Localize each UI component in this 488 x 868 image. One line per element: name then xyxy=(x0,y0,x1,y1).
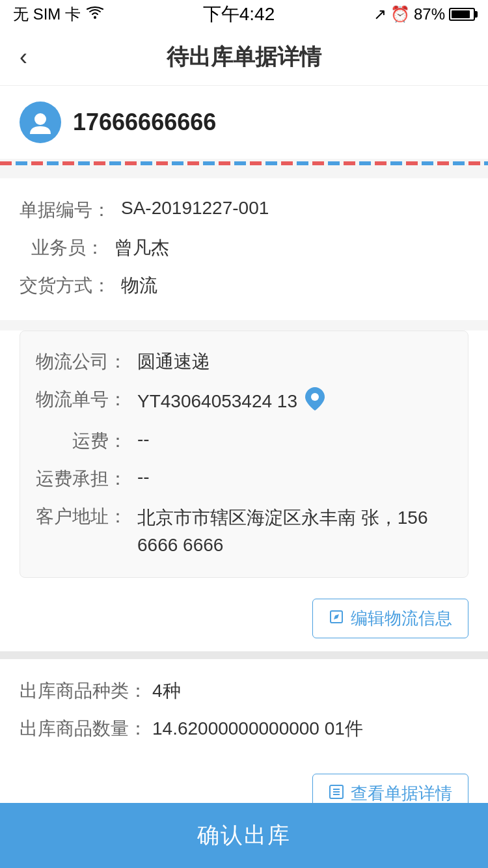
user-icon xyxy=(27,109,53,135)
goods-quantity-value: 14.62000000000000 01件 xyxy=(152,716,363,741)
carrier-text: 无 SIM 卡 xyxy=(13,4,81,25)
document-number-label: 单据编号： xyxy=(20,198,111,223)
logistics-company-label: 物流公司： xyxy=(36,349,127,374)
avatar xyxy=(20,102,61,143)
document-number-value: SA-20191227-001 xyxy=(121,198,468,219)
main-content: 17666666666 单据编号： SA-20191227-001 业务员： 曾… xyxy=(0,86,488,868)
salesman-label: 业务员： xyxy=(20,236,104,260)
freight-row: 运费： -- xyxy=(36,422,452,460)
logistics-tracking-value: YT43064053424 13 xyxy=(137,387,452,416)
delivery-label: 交货方式： xyxy=(20,273,111,298)
nav-bar: ‹ 待出库单据详情 xyxy=(0,29,488,86)
delivery-row: 交货方式： 物流 xyxy=(20,267,468,305)
salesman-value: 曾凡杰 xyxy=(115,236,468,260)
freight-label: 运费： xyxy=(36,429,127,454)
edit-btn-row: 编辑物流信息 xyxy=(0,588,488,651)
dashed-divider xyxy=(0,161,488,165)
battery-percent: 87% xyxy=(414,5,445,23)
edit-logistics-label: 编辑物流信息 xyxy=(351,607,452,630)
salesman-row: 业务员： 曾凡杰 xyxy=(20,229,468,267)
goods-section: 出库商品种类： 4种 出库商品数量： 14.62000000000000 01件 xyxy=(0,659,488,763)
freight-bear-label: 运费承担： xyxy=(36,467,127,491)
address-value: 北京市市辖区海淀区永丰南 张，156 6666 6666 xyxy=(137,504,452,559)
back-button[interactable]: ‹ xyxy=(20,44,27,71)
edit-icon xyxy=(329,608,344,629)
logistics-company-value: 圆通速递 xyxy=(137,349,452,374)
logistics-company-row: 物流公司： 圆通速递 xyxy=(36,343,452,381)
confirm-bar[interactable]: 确认出库 xyxy=(0,803,488,868)
document-number-row: 单据编号： SA-20191227-001 xyxy=(20,191,468,229)
goods-quantity-label: 出库商品数量： xyxy=(20,716,147,741)
logistics-tracking-row: 物流单号： YT43064053424 13 xyxy=(36,381,452,422)
goods-types-label: 出库商品种类： xyxy=(20,679,147,703)
customer-phone: 17666666666 xyxy=(73,109,216,136)
confirm-button-label: 确认出库 xyxy=(197,821,291,850)
document-info-section: 单据编号： SA-20191227-001 业务员： 曾凡杰 交货方式： 物流 xyxy=(0,178,488,320)
svg-point-2 xyxy=(311,393,319,401)
address-row: 客户地址： 北京市市辖区海淀区永丰南 张，156 6666 6666 xyxy=(36,498,452,565)
status-left: 无 SIM 卡 xyxy=(13,4,104,25)
view-detail-label: 查看单据详情 xyxy=(351,782,452,805)
logistics-tracking-label: 物流单号： xyxy=(36,387,127,412)
freight-value: -- xyxy=(137,429,452,450)
goods-types-value: 4种 xyxy=(152,679,181,703)
goods-quantity-row: 出库商品数量： 14.62000000000000 01件 xyxy=(20,710,468,748)
wifi-icon xyxy=(86,5,104,23)
alarm-icon: ⏰ xyxy=(390,5,410,23)
delivery-value: 物流 xyxy=(121,273,468,298)
list-icon xyxy=(329,783,344,804)
edit-logistics-button[interactable]: 编辑物流信息 xyxy=(312,599,468,638)
status-time: 下午4:42 xyxy=(203,2,275,27)
freight-bear-row: 运费承担： -- xyxy=(36,460,452,498)
section-separator-1 xyxy=(0,651,488,659)
location-status-icon: ↗ xyxy=(373,5,386,23)
status-right: ↗ ⏰ 87% xyxy=(373,5,475,23)
logistics-card: 物流公司： 圆通速递 物流单号： YT43064053424 13 运费： xyxy=(20,331,468,578)
battery-icon xyxy=(449,8,475,21)
logistics-section: 物流公司： 圆通速递 物流单号： YT43064053424 13 运费： xyxy=(0,331,488,651)
svg-point-0 xyxy=(94,16,96,19)
svg-point-1 xyxy=(34,113,46,125)
goods-types-row: 出库商品种类： 4种 xyxy=(20,672,468,710)
freight-bear-value: -- xyxy=(137,467,452,487)
customer-header: 17666666666 xyxy=(0,86,488,159)
tracking-location-icon[interactable] xyxy=(305,387,325,416)
address-label: 客户地址： xyxy=(36,504,127,529)
page-title: 待出库单据详情 xyxy=(167,42,321,72)
status-bar: 无 SIM 卡 下午4:42 ↗ ⏰ 87% xyxy=(0,0,488,29)
